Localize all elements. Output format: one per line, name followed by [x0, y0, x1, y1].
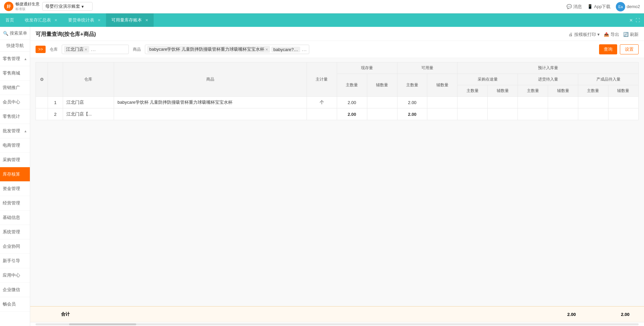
warehouse-tag: 江北门店 ✕	[64, 46, 89, 53]
chevron-down-icon: ▲	[24, 57, 27, 61]
tab-stock-close[interactable]: ✕	[145, 18, 148, 22]
footer-gear-col	[36, 309, 48, 319]
warehouse-tag-text: 江北门店	[66, 46, 84, 52]
sidebar-item-system[interactable]: 系统管理	[0, 225, 30, 239]
sidebar-item-retail[interactable]: 零售管理 ▲	[0, 52, 30, 66]
footer-row: 合计 2.00 2.00	[36, 309, 639, 319]
warehouse-more-btn[interactable]: …	[91, 46, 96, 52]
row2-stock-main: 2.00	[337, 108, 367, 120]
warehouse-input[interactable]: 江北门店 ✕ …	[62, 45, 129, 54]
sidebar-item-member[interactable]: 会员中心	[0, 95, 30, 109]
row2-avail-main-val: 2.00	[408, 112, 416, 117]
row2-warehouse: 江北门店【...	[63, 108, 114, 120]
dropdown-icon: ▾	[82, 4, 84, 9]
th-incoming-main: 进货待入量	[518, 74, 578, 85]
sidebar-item-stats[interactable]: 零售统计	[0, 109, 30, 124]
th-inc-main2: 主数量	[518, 85, 548, 97]
footer-product-col	[195, 309, 538, 319]
tab-stock[interactable]: 可用量库存账本 ✕	[106, 13, 154, 27]
industry-selector[interactable]: 母婴行业演示账套 ▾	[42, 2, 93, 11]
row1-gear	[36, 97, 48, 108]
sidebar-item-finance[interactable]: 资金管理	[0, 182, 30, 196]
quick-nav-label: 快捷导航	[6, 43, 24, 48]
tab-order[interactable]: 要货单统计表 ✕	[63, 13, 106, 27]
sidebar-item-wholesale[interactable]: 批发管理 ▲	[0, 124, 30, 138]
sidebar-item-mall[interactable]: 零售商城	[0, 66, 30, 81]
sidebar-item-appcenter[interactable]: 应用中心	[0, 268, 30, 283]
sidebar-item-wechat-label: 企业微信	[3, 287, 20, 293]
table-area: ⚙ 仓库 商品 主计量 现存量 可用量 预计入库量 主数量 辅数量 主数量	[30, 58, 644, 306]
app-download-btn[interactable]: 📱 App下载	[587, 4, 610, 10]
product-tag-1-text: babycare学饮杯 儿童防摔防撞吸管杯重力球吸嘴杯宝宝水杯	[149, 46, 264, 52]
product-tag-2: babycare?…	[271, 47, 300, 52]
sidebar-item-inventory-label: 库存核算	[3, 171, 20, 177]
product-input[interactable]: babycare学饮杯 儿童防摔防撞吸管杯重力球吸嘴杯宝宝水杯 ✕ babyca…	[145, 45, 309, 54]
sidebar-item-purchase[interactable]: 采购管理	[0, 153, 30, 167]
search-menu-btn[interactable]: 🔍 搜索菜单	[3, 30, 27, 36]
sidebar-item-finance-label: 资金管理	[3, 186, 20, 192]
bottom-scroll	[30, 322, 644, 326]
tab-home[interactable]: 首页	[0, 13, 19, 27]
top-bar-left: 好 畅捷通好生意 标准版 母婴行业演示账套 ▾	[4, 2, 93, 11]
sidebar-item-wholesale-label: 批发管理	[3, 128, 20, 134]
sidebar-item-member2[interactable]: 畅会员	[0, 297, 30, 312]
search-icon: 🔍	[3, 31, 8, 36]
print-btn[interactable]: 🖨 按模板打印 ▾	[569, 32, 600, 38]
nav-tabs: 首页 收发存汇总表 ✕ 要货单统计表 ✕ 可用量库存账本 ✕ ✕ ⛶	[0, 13, 644, 27]
tab-order-close[interactable]: ✕	[98, 18, 101, 22]
refresh-btn[interactable]: 🔄 刷新	[623, 32, 639, 38]
refresh-icon: 🔄	[623, 32, 629, 37]
warehouse-tag-remove[interactable]: ✕	[85, 48, 87, 51]
tab-receipt[interactable]: 收发存汇总表 ✕	[19, 13, 63, 27]
gear-icon[interactable]: ⚙	[40, 77, 44, 82]
sidebar-item-ecom[interactable]: 电商管理	[0, 138, 30, 153]
print-label: 按模板打印	[574, 32, 596, 38]
sidebar-item-wechat[interactable]: 企业微信	[0, 283, 30, 297]
product-tag-1-remove[interactable]: ✕	[265, 48, 268, 51]
sidebar-item-marketing[interactable]: 营销推广	[0, 81, 30, 95]
scroll-thumb[interactable]	[69, 323, 136, 325]
content-area: 可用量查询(按仓库+商品) 🖨 按模板打印 ▾ 📤 导出 🔄 刷新 >>	[30, 27, 644, 326]
product-more-btn[interactable]: …	[302, 46, 307, 52]
message-btn[interactable]: 💬 消息	[567, 4, 582, 10]
maximize-icon[interactable]: ⛶	[636, 18, 640, 23]
set-btn[interactable]: 设置	[620, 44, 639, 54]
sidebar-item-basic[interactable]: 基础信息	[0, 211, 30, 225]
message-icon: 💬	[567, 4, 572, 9]
sidebar-item-appcenter-label: 应用中心	[3, 272, 20, 278]
export-btn[interactable]: 📤 导出	[604, 32, 619, 38]
page-header: 可用量查询(按仓库+商品) 🖨 按模板打印 ▾ 📤 导出 🔄 刷新	[30, 27, 644, 41]
th-stock-main: 主数量	[337, 74, 367, 97]
sidebar-item-ops[interactable]: 经营管理	[0, 196, 30, 211]
footer-idx-col	[48, 309, 58, 319]
sidebar-item-enterprise[interactable]: 企业协同	[0, 239, 30, 254]
sidebar-item-member-label: 会员中心	[3, 99, 20, 105]
top-bar: 好 畅捷通好生意 标准版 母婴行业演示账套 ▾ 💬 消息 📱 App下载 Ea …	[0, 0, 644, 13]
sidebar-item-ops-label: 经营管理	[3, 200, 20, 206]
scroll-track[interactable]	[36, 323, 639, 325]
sidebar-item-guide[interactable]: 新手引导	[0, 254, 30, 268]
row1-inc-sub	[548, 97, 578, 108]
sidebar-item-inventory[interactable]: 库存核算	[0, 167, 30, 182]
th-pur-sub2: 辅数量	[488, 85, 518, 97]
user-area[interactable]: Ea demo2	[616, 2, 640, 11]
print-icon: 🖨	[569, 32, 573, 37]
tab-stock-label: 可用量库存账本	[111, 17, 142, 23]
quick-nav-btn[interactable]: 快捷导航	[0, 40, 30, 52]
filter-action-btns: 查询 设置	[599, 44, 639, 54]
close-all-icon[interactable]: ✕	[629, 18, 633, 23]
th-gear: ⚙	[36, 62, 48, 97]
query-btn[interactable]: 查询	[599, 44, 617, 54]
row2-pro-sub	[608, 108, 638, 120]
filter-expand-btn[interactable]: >>	[36, 46, 46, 53]
table-row: 2 江北门店【... 2.00 2.00	[36, 108, 639, 120]
row2-unit	[307, 108, 337, 120]
row2-pro-main	[578, 108, 608, 120]
row1-avail-main: 2.00	[397, 97, 427, 108]
th-forecast-group: 预计入库量	[458, 62, 639, 74]
tab-receipt-close[interactable]: ✕	[54, 18, 57, 22]
row1-pro-sub	[608, 97, 638, 108]
th-pro-main2: 主数量	[578, 85, 608, 97]
footer-avail-main: 2.00	[612, 309, 639, 319]
tab-receipt-label: 收发存汇总表	[25, 17, 51, 23]
